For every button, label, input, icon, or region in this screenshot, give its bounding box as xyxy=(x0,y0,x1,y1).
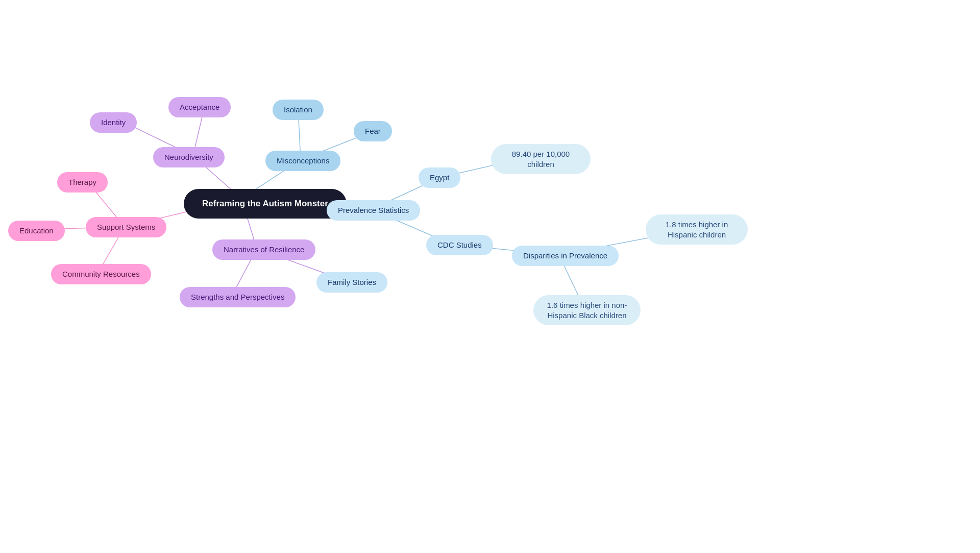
node-stat-89[interactable]: 89.40 per 10,000 children xyxy=(491,144,591,174)
node-misconceptions[interactable]: Misconceptions xyxy=(265,151,340,171)
node-prevalence-statistics[interactable]: Prevalence Statistics xyxy=(327,200,420,221)
node-isolation[interactable]: Isolation xyxy=(273,100,324,120)
node-support-systems[interactable]: Support Systems xyxy=(86,217,166,237)
node-fear[interactable]: Fear xyxy=(354,121,392,141)
node-acceptance[interactable]: Acceptance xyxy=(168,97,231,117)
node-cdc-studies[interactable]: CDC Studies xyxy=(426,235,493,255)
node-education[interactable]: Education xyxy=(8,221,65,241)
center-node[interactable]: Reframing the Autism Monster xyxy=(184,189,347,219)
node-identity[interactable]: Identity xyxy=(90,112,137,133)
node-disparities[interactable]: Disparities in Prevalence xyxy=(512,246,619,266)
node-stat-hispanic[interactable]: 1.8 times higher in Hispanic children xyxy=(646,214,748,245)
node-neurodiversity[interactable]: Neurodiversity xyxy=(153,147,225,167)
node-strengths[interactable]: Strengths and Perspectives xyxy=(180,287,296,307)
node-narratives[interactable]: Narratives of Resilience xyxy=(212,239,315,260)
node-egypt[interactable]: Egypt xyxy=(419,167,460,188)
node-community-resources[interactable]: Community Resources xyxy=(51,264,151,284)
node-stat-black[interactable]: 1.6 times higher in non-Hispanic Black c… xyxy=(533,295,641,325)
node-family-stories[interactable]: Family Stories xyxy=(316,272,387,293)
node-therapy[interactable]: Therapy xyxy=(57,172,108,193)
